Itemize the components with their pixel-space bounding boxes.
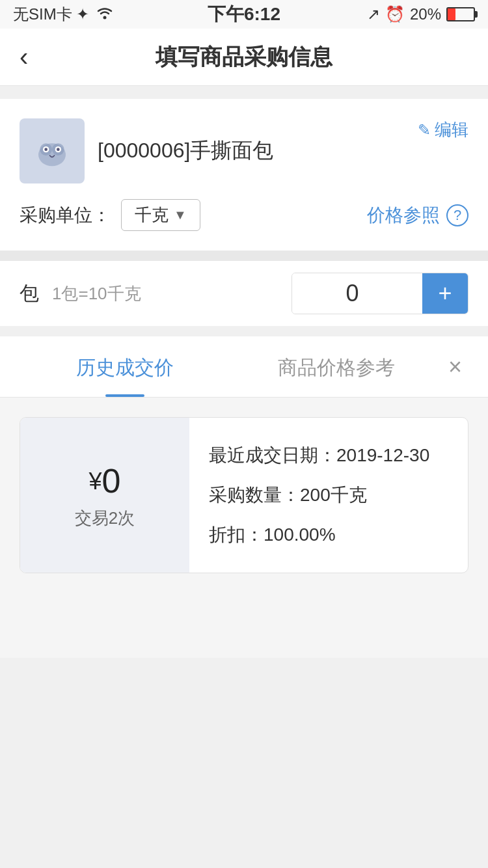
product-left: [0000006]手撕面包 (20, 118, 273, 183)
history-details-panel: 最近成交日期：2019-12-30 采购数量：200千克 折扣：100.00% (189, 418, 468, 573)
svg-point-7 (57, 148, 60, 151)
unit-label: 采购单位： (20, 203, 111, 228)
price-number: 0 (102, 462, 121, 500)
help-text: ? (454, 207, 461, 224)
price-reference-button[interactable]: 价格参照 ? (367, 203, 468, 228)
purchase-quantity-row: 采购数量：200千克 (209, 481, 448, 510)
unit-section: 采购单位： 千克 ▼ (20, 199, 200, 231)
status-left: 无SIM卡 ✦ (13, 4, 114, 25)
page-title: 填写商品采购信息 (156, 42, 332, 72)
header: ‹ 填写商品采购信息 (0, 29, 488, 86)
edit-button[interactable]: ✎ 编辑 (418, 118, 468, 141)
quantity-plus-button[interactable]: + (422, 273, 468, 314)
quantity-input[interactable] (292, 273, 422, 314)
history-price-panel: ¥0 交易2次 (20, 418, 189, 573)
status-bar: 无SIM卡 ✦ 下午6:12 ↗ ⏰ 20% (0, 0, 488, 29)
recent-date-row: 最近成交日期：2019-12-30 (209, 441, 448, 470)
product-card: [0000006]手撕面包 ✎ 编辑 采购单位： 千克 ▼ 价格参照 ? (0, 99, 488, 251)
product-name: [0000006]手撕面包 (98, 137, 273, 165)
carrier-text: 无SIM卡 ✦ (13, 4, 89, 25)
discount-label: 折扣： (209, 524, 264, 545)
tab-history-price[interactable]: 历史成交价 (20, 336, 230, 397)
history-price-value: ¥0 (89, 461, 121, 500)
tabs-container: 历史成交价 商品价格参考 × (0, 336, 488, 398)
history-card: ¥0 交易2次 最近成交日期：2019-12-30 采购数量：200千克 折扣：… (20, 417, 468, 573)
edit-label: 编辑 (435, 118, 468, 141)
tab2-label: 商品价格参考 (278, 357, 395, 378)
wifi-icon (96, 5, 114, 23)
quantity-input-group: + (291, 273, 468, 314)
tab1-label: 历史成交价 (76, 357, 174, 378)
discount-value: 100.00% (264, 524, 336, 545)
unit-dropdown[interactable]: 千克 ▼ (121, 199, 200, 231)
price-ref-label: 价格参照 (367, 203, 440, 228)
product-top: [0000006]手撕面包 ✎ 编辑 (20, 118, 468, 183)
recent-date-label: 最近成交日期： (209, 445, 336, 465)
content-area: ¥0 交易2次 最近成交日期：2019-12-30 采购数量：200千克 折扣：… (0, 398, 488, 658)
history-trades-count: 交易2次 (75, 507, 135, 530)
purchase-quantity-label: 采购数量： (209, 485, 300, 505)
status-right: ↗ ⏰ 20% (367, 5, 475, 23)
product-bottom: 采购单位： 千克 ▼ 价格参照 ? (20, 199, 468, 231)
currency-symbol: ¥ (89, 468, 102, 495)
battery-percent: 20% (410, 5, 441, 23)
chevron-down-icon: ▼ (174, 208, 187, 223)
unit-value: 千克 (135, 204, 169, 226)
section-divider (0, 251, 488, 261)
svg-point-0 (103, 16, 107, 20)
quantity-unit-note: 1包=10千克 (52, 282, 278, 305)
back-button[interactable]: ‹ (20, 42, 41, 72)
close-button[interactable]: × (442, 347, 468, 387)
svg-point-6 (44, 148, 47, 151)
help-icon: ? (446, 204, 468, 226)
alarm-icon: ⏰ (385, 5, 405, 23)
recent-date-value: 2019-12-30 (336, 445, 429, 465)
discount-row: 折扣：100.00% (209, 521, 448, 550)
product-image (20, 118, 85, 183)
tab-price-reference[interactable]: 商品价格参考 (230, 336, 441, 397)
quantity-label: 包 (20, 280, 39, 307)
edit-icon: ✎ (418, 121, 431, 139)
location-icon: ↗ (367, 5, 380, 23)
quantity-row: 包 1包=10千克 + (0, 261, 488, 326)
purchase-quantity-value: 200千克 (300, 485, 367, 505)
battery-icon (446, 7, 475, 21)
status-time: 下午6:12 (208, 2, 280, 27)
